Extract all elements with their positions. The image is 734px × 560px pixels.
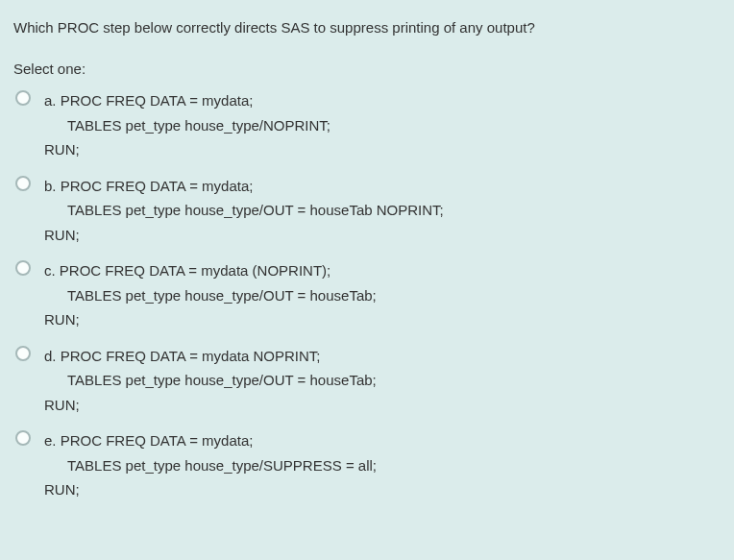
option-a: a. PROC FREQ DATA = mydata; TABLES pet_t… — [15, 88, 721, 162]
option-b-body: b. PROC FREQ DATA = mydata; TABLES pet_t… — [44, 174, 721, 248]
radio-e[interactable] — [15, 430, 31, 446]
option-e: e. PROC FREQ DATA = mydata; TABLES pet_t… — [15, 428, 721, 502]
option-d-body: d. PROC FREQ DATA = mydata NOPRINT; TABL… — [44, 344, 721, 418]
code-text: PROC FREQ DATA = mydata; — [61, 92, 254, 109]
option-letter: d. — [44, 348, 57, 364]
option-letter: a. — [44, 92, 57, 109]
code-text: RUN; — [44, 393, 721, 418]
code-text: PROC FREQ DATA = mydata (NOPRINT); — [60, 262, 330, 279]
code-text: RUN; — [44, 307, 721, 332]
options-container: a. PROC FREQ DATA = mydata; TABLES pet_t… — [15, 88, 721, 502]
code-text: PROC FREQ DATA = mydata NOPRINT; — [61, 348, 321, 364]
option-letter: e. — [44, 432, 57, 449]
radio-c[interactable] — [15, 260, 31, 276]
code-text: TABLES pet_type house_type/NOPRINT; — [44, 113, 721, 138]
option-c-body: c. PROC FREQ DATA = mydata (NOPRINT); TA… — [44, 258, 721, 332]
code-text: PROC FREQ DATA = mydata; — [61, 178, 254, 194]
option-letter: b. — [44, 178, 57, 194]
question-text: Which PROC step below correctly directs … — [13, 17, 721, 37]
code-text: RUN; — [44, 477, 721, 502]
code-text: TABLES pet_type house_type/OUT = houseTa… — [44, 198, 721, 223]
code-text: RUN; — [44, 137, 721, 162]
select-one-label: Select one: — [13, 61, 721, 77]
option-a-body: a. PROC FREQ DATA = mydata; TABLES pet_t… — [44, 88, 721, 162]
code-text: RUN; — [44, 223, 721, 248]
option-c: c. PROC FREQ DATA = mydata (NOPRINT); TA… — [15, 258, 721, 332]
option-d: d. PROC FREQ DATA = mydata NOPRINT; TABL… — [15, 344, 721, 418]
option-b: b. PROC FREQ DATA = mydata; TABLES pet_t… — [15, 174, 721, 248]
code-text: TABLES pet_type house_type/OUT = houseTa… — [44, 368, 721, 393]
radio-b[interactable] — [15, 176, 31, 191]
option-letter: c. — [44, 262, 56, 279]
code-text: TABLES pet_type house_type/SUPPRESS = al… — [44, 453, 721, 478]
option-e-body: e. PROC FREQ DATA = mydata; TABLES pet_t… — [44, 428, 721, 502]
radio-a[interactable] — [15, 90, 31, 106]
radio-d[interactable] — [15, 346, 31, 361]
code-text: TABLES pet_type house_type/OUT = houseTa… — [44, 283, 721, 308]
code-text: PROC FREQ DATA = mydata; — [61, 432, 254, 449]
